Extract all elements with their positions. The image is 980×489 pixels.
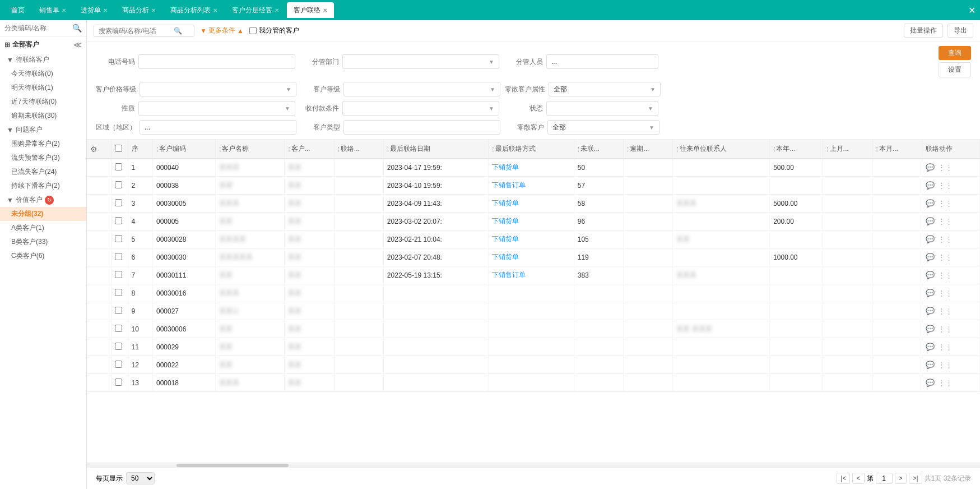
first-page-btn[interactable]: |< xyxy=(837,473,850,484)
chat-icon[interactable]: 💬 xyxy=(926,307,935,315)
person-select[interactable]: ... xyxy=(546,54,658,69)
search-input[interactable] xyxy=(99,27,171,35)
more-icon[interactable]: ⋮⋮ xyxy=(938,253,953,261)
chat-icon[interactable]: 💬 xyxy=(926,235,935,243)
more-icon[interactable]: ⋮⋮ xyxy=(938,379,953,387)
last-method-link[interactable]: 下销货单 xyxy=(492,199,519,207)
close-customer-segment-icon[interactable]: ✕ xyxy=(275,7,279,13)
filter-more-conditions[interactable]: ▼ 更多条件 ▲ xyxy=(200,26,244,35)
reset-button[interactable]: 设置 xyxy=(939,62,971,77)
row-checkbox-5[interactable] xyxy=(115,253,122,260)
row-checkbox-6[interactable] xyxy=(115,271,122,278)
last-method-link[interactable]: 下销货单 xyxy=(492,253,519,261)
batch-ops-button[interactable]: 批量操作 xyxy=(904,24,943,38)
row-checkbox-3[interactable] xyxy=(115,217,122,224)
sidebar-item-week[interactable]: 近7天待联络(0) xyxy=(0,95,86,109)
row-checkbox-11[interactable] xyxy=(115,361,122,368)
search-box[interactable]: 🔍 xyxy=(94,25,194,37)
settings-icon[interactable]: ⚙ xyxy=(90,145,97,154)
more-icon[interactable]: ⋮⋮ xyxy=(938,289,953,297)
phone-input[interactable] xyxy=(138,54,295,69)
close-product-analysis-icon[interactable]: ✕ xyxy=(151,7,156,13)
sidebar-item-today[interactable]: 今天待联络(0) xyxy=(0,67,86,81)
more-icon[interactable]: ⋮⋮ xyxy=(938,325,953,333)
last-method-link[interactable]: 下销售订单 xyxy=(492,271,526,279)
sidebar-item-churn-warning[interactable]: 流失预警客户(3) xyxy=(0,151,86,165)
select-all-checkbox[interactable] xyxy=(115,145,122,152)
tab-purchase[interactable]: 进货单 ✕ xyxy=(74,2,114,18)
chat-icon[interactable]: 💬 xyxy=(926,163,935,172)
more-icon[interactable]: ⋮⋮ xyxy=(938,343,953,351)
chat-icon[interactable]: 💬 xyxy=(926,199,935,207)
customer-level-select[interactable]: ▼ xyxy=(343,82,500,96)
row-checkbox-7[interactable] xyxy=(115,289,122,296)
sidebar-item-churned[interactable]: 已流失客户(24) xyxy=(0,165,86,179)
sidebar-group-pending[interactable]: ▼ 待联络客户 xyxy=(0,53,86,67)
sidebar-item-tomorrow[interactable]: 明天待联络(1) xyxy=(0,81,86,95)
row-checkbox-0[interactable] xyxy=(115,163,122,170)
sidebar-group-problem[interactable]: ▼ 问题客户 xyxy=(0,123,86,137)
chat-icon[interactable]: 💬 xyxy=(926,289,935,297)
nature-select[interactable]: ▼ xyxy=(138,101,295,116)
sidebar-item-declining[interactable]: 持续下滑客户(2) xyxy=(0,179,86,193)
sidebar-item-abnormal[interactable]: 囤购异常客户(2) xyxy=(0,137,86,151)
per-page-select[interactable]: 50 100 200 xyxy=(126,472,155,485)
sparse-attr-select[interactable]: 全部 ▼ xyxy=(549,82,661,96)
collapse-icon[interactable]: ≪ xyxy=(73,40,82,49)
close-sales-icon[interactable]: ✕ xyxy=(62,7,66,13)
last-method-link[interactable]: 下销货单 xyxy=(492,235,519,243)
chat-icon[interactable]: 💬 xyxy=(926,253,935,261)
row-checkbox-9[interactable] xyxy=(115,325,122,332)
price-level-select[interactable]: ▼ xyxy=(140,82,296,96)
more-icon[interactable]: ⋮⋮ xyxy=(938,235,953,243)
sparse-customer-select[interactable]: 全部 ▼ xyxy=(547,120,659,135)
more-icon[interactable]: ⋮⋮ xyxy=(938,163,953,172)
close-product-list-icon[interactable]: ✕ xyxy=(213,7,217,13)
export-button[interactable]: 导出 xyxy=(948,24,973,38)
customer-type-select[interactable] xyxy=(343,120,500,135)
row-checkbox-2[interactable] xyxy=(115,199,122,206)
sidebar-item-class-a[interactable]: A类客户(1) xyxy=(0,221,86,235)
chat-icon[interactable]: 💬 xyxy=(926,343,935,351)
more-icon[interactable]: ⋮⋮ xyxy=(938,217,953,225)
last-method-link[interactable]: 下销售订单 xyxy=(492,181,526,189)
nav-close-icon[interactable]: ✕ xyxy=(968,5,976,16)
sidebar-all-customers[interactable]: ⊞ 全部客户 ≪ xyxy=(0,36,86,53)
sidebar-item-ungroup[interactable]: 未分组(32) xyxy=(0,207,86,221)
row-checkbox-12[interactable] xyxy=(115,379,122,386)
row-checkbox-8[interactable] xyxy=(115,307,122,314)
more-icon[interactable]: ⋮⋮ xyxy=(938,307,953,315)
row-checkbox-4[interactable] xyxy=(115,235,122,242)
tab-sales[interactable]: 销售单 ✕ xyxy=(32,2,73,18)
last-method-link[interactable]: 下销货单 xyxy=(492,217,519,225)
more-icon[interactable]: ⋮⋮ xyxy=(938,199,953,207)
my-customers-filter[interactable]: 我分管的客户 xyxy=(249,26,299,35)
tab-product-analysis[interactable]: 商品分析 ✕ xyxy=(115,2,162,18)
more-icon[interactable]: ⋮⋮ xyxy=(938,271,953,279)
sidebar-search-icon[interactable]: 🔍 xyxy=(72,24,82,33)
last-page-btn[interactable]: >| xyxy=(909,473,922,484)
last-method-link[interactable]: 下销货单 xyxy=(492,163,519,171)
status-select[interactable]: ▼ xyxy=(546,101,658,116)
sidebar-group-value[interactable]: ▼ 价值客户 ↻ xyxy=(0,193,86,207)
chat-icon[interactable]: 💬 xyxy=(926,271,935,279)
tab-customer-contact[interactable]: 客户联络 ✕ xyxy=(287,2,334,18)
horizontal-scrollbar[interactable] xyxy=(87,463,980,467)
payment-select[interactable]: ▼ xyxy=(342,101,499,116)
tab-customer-segment[interactable]: 客户分层经客 ✕ xyxy=(225,2,286,18)
tab-product-list[interactable]: 商品分析列表 ✕ xyxy=(164,2,224,18)
prev-page-btn[interactable]: < xyxy=(852,473,864,484)
sidebar-search-input[interactable] xyxy=(4,24,72,32)
row-checkbox-10[interactable] xyxy=(115,343,122,350)
my-customers-checkbox[interactable] xyxy=(249,27,257,34)
chat-icon[interactable]: 💬 xyxy=(926,217,935,225)
chat-icon[interactable]: 💬 xyxy=(926,379,935,387)
chat-icon[interactable]: 💬 xyxy=(926,325,935,333)
page-input[interactable] xyxy=(876,473,893,484)
query-button[interactable]: 查询 xyxy=(939,46,971,60)
region-select[interactable]: ... xyxy=(140,120,296,135)
sidebar-item-class-c[interactable]: C类客户(6) xyxy=(0,249,86,263)
close-customer-contact-icon[interactable]: ✕ xyxy=(323,7,327,13)
dept-select[interactable]: ▼ xyxy=(342,54,499,69)
close-purchase-icon[interactable]: ✕ xyxy=(103,7,108,13)
